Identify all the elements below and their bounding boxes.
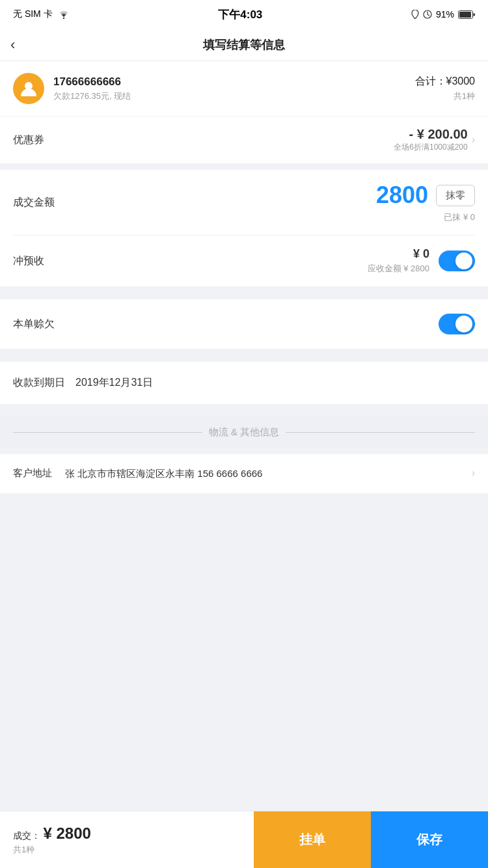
- amount-section: 成交金额 2800 抹零 已抹 ¥ 0 冲预收 ¥ 0 应收金额 ¥ 2800: [0, 170, 488, 286]
- svg-point-0: [62, 18, 64, 19]
- address-chevron-icon: ›: [472, 466, 475, 479]
- nav-bar: ‹ 填写结算等信息: [0, 29, 488, 61]
- address-label: 客户地址: [13, 466, 59, 480]
- customer-sub: 欠款1276.35元, 现结: [53, 90, 131, 102]
- clock-icon: [423, 10, 432, 19]
- save-button[interactable]: 保存: [371, 811, 488, 869]
- coupon-label: 优惠券: [13, 133, 44, 147]
- bottom-bar: 成交： ¥ 2800 共1种 挂单 保存: [0, 811, 488, 868]
- customer-phone: 17666666666: [53, 75, 131, 88]
- page-title: 填写结算等信息: [203, 37, 285, 53]
- prepay-sub: 应收金额 ¥ 2800: [368, 263, 429, 275]
- due-date-value: 2019年12月31日: [75, 376, 153, 390]
- separator-3: [0, 411, 488, 417]
- no-sim-label: 无 SIM 卡: [13, 8, 53, 20]
- coupon-detail: 全场6折满1000减200: [394, 142, 467, 153]
- deal-amount-label: 成交金额: [13, 196, 55, 210]
- customer-count: 共1种: [415, 90, 476, 102]
- due-date-label: 收款到期日: [13, 376, 65, 390]
- round-zero-button[interactable]: 抹零: [436, 185, 475, 206]
- avatar: [13, 73, 44, 104]
- separator-4: [0, 448, 488, 454]
- bottom-deal-label: 成交：: [13, 830, 40, 841]
- prepay-row: 冲预收 ¥ 0 应收金额 ¥ 2800: [13, 236, 475, 286]
- customer-total: 合计：¥3000: [415, 75, 476, 88]
- toggle-knob: [455, 252, 472, 269]
- bottom-count: 共1种: [13, 844, 241, 856]
- logistics-header: 物流 & 其他信息: [0, 417, 488, 448]
- svg-rect-3: [459, 12, 471, 18]
- logistics-line-left: [13, 432, 202, 433]
- user-icon: [20, 79, 38, 98]
- status-time: 下午4:03: [218, 7, 262, 22]
- battery-icon: [458, 10, 475, 19]
- address-row[interactable]: 客户地址 张 北京市市辖区海淀区永丰南 156 6666 6666 ›: [0, 454, 488, 493]
- debt-row: 本单赊欠: [0, 299, 488, 349]
- address-value: 张 北京市市辖区海淀区永丰南 156 6666 6666: [65, 466, 465, 481]
- coupon-chevron-icon: ›: [472, 134, 475, 146]
- deal-amount-row: 成交金额 2800 抹零 已抹 ¥ 0: [13, 170, 475, 236]
- status-right: 91%: [411, 9, 475, 20]
- coupon-discount: - ¥ 200.00: [394, 127, 467, 142]
- wifi-icon: [58, 10, 70, 19]
- bottom-summary: 成交： ¥ 2800 共1种: [0, 824, 254, 856]
- separator-1: [0, 293, 488, 299]
- status-left: 无 SIM 卡: [13, 8, 70, 20]
- amount-sub: 已抹 ¥ 0: [444, 211, 475, 223]
- prepay-toggle[interactable]: [439, 251, 475, 271]
- location-icon: [411, 10, 419, 19]
- battery-label: 91%: [436, 9, 454, 20]
- deal-amount-value: 2800: [376, 182, 428, 209]
- logistics-line-right: [286, 432, 475, 433]
- logistics-label: 物流 & 其他信息: [209, 426, 279, 439]
- separator-2: [0, 355, 488, 362]
- content: 17666666666 欠款1276.35元, 现结 合计：¥3000 共1种 …: [0, 61, 488, 552]
- bottom-amount: ¥ 2800: [43, 824, 90, 842]
- customer-row: 17666666666 欠款1276.35元, 现结 合计：¥3000 共1种: [0, 61, 488, 116]
- hold-button[interactable]: 挂单: [254, 811, 371, 869]
- coupon-row[interactable]: 优惠券 - ¥ 200.00 全场6折满1000减200 ›: [0, 116, 488, 163]
- prepay-label: 冲预收: [13, 254, 44, 268]
- prepay-value: ¥ 0: [368, 247, 429, 261]
- customer-card: 17666666666 欠款1276.35元, 现结 合计：¥3000 共1种 …: [0, 61, 488, 163]
- status-bar: 无 SIM 卡 下午4:03 91%: [0, 0, 488, 29]
- back-button[interactable]: ‹: [10, 36, 15, 53]
- debt-toggle[interactable]: [439, 314, 475, 334]
- debt-label: 本单赊欠: [13, 318, 55, 331]
- due-date-row: 收款到期日 2019年12月31日: [0, 362, 488, 404]
- debt-toggle-knob: [455, 316, 472, 332]
